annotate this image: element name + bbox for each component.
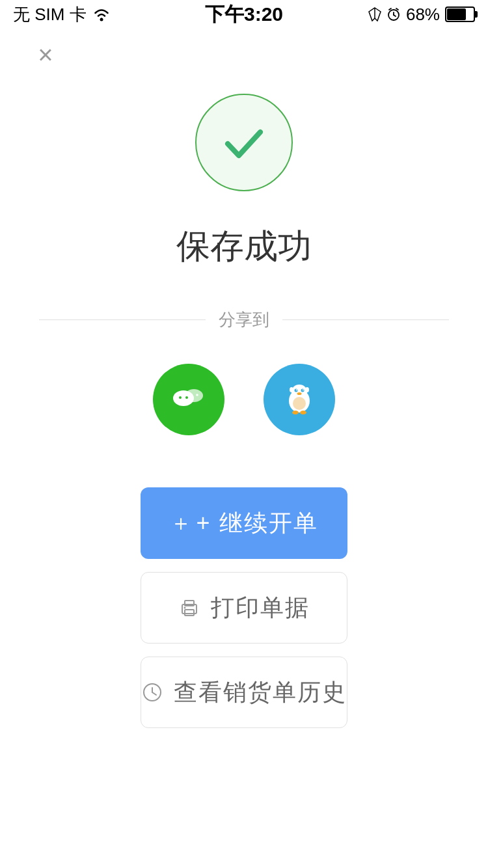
status-right: 68% [368,5,475,25]
svg-point-10 [185,396,188,399]
share-icons [153,364,335,435]
print-label: 打印单据 [211,592,310,624]
svg-point-11 [189,394,192,396]
svg-line-5 [389,8,391,10]
continue-label: + 继续开单 [196,508,318,539]
wechat-share-button[interactable] [153,364,224,435]
svg-point-21 [305,387,309,392]
svg-point-18 [303,389,304,390]
svg-point-12 [196,394,198,396]
svg-point-14 [291,385,307,399]
checkmark-icon [218,116,270,169]
print-icon [178,597,200,619]
svg-point-17 [296,389,297,390]
close-icon: × [38,42,53,68]
divider-right [282,319,449,320]
svg-point-22 [293,397,306,410]
svg-point-8 [185,389,203,402]
history-label: 查看销货单历史 [174,677,347,709]
wechat-logo-icon [169,380,208,419]
history-button[interactable]: 查看销货单历史 [141,657,347,728]
qq-logo-icon [280,380,319,419]
battery-icon [445,7,475,22]
location-icon [368,7,381,21]
status-bar: 无 SIM 卡 下午3:20 68% [0,0,488,29]
svg-point-0 [100,18,103,21]
battery-percent: 68% [406,5,440,25]
svg-point-23 [292,411,299,414]
wifi-icon [92,7,111,21]
svg-point-16 [301,389,305,392]
print-button[interactable]: 打印单据 [141,572,347,644]
alarm-icon [386,7,401,21]
svg-rect-27 [185,610,194,616]
divider-left [39,319,206,320]
svg-line-4 [394,15,396,16]
svg-line-31 [152,692,156,695]
success-title: 保存成功 [176,224,312,269]
svg-point-20 [290,387,293,392]
plus-icon: ＋ [170,508,192,538]
share-divider: 分享到 [0,308,488,331]
no-sim-text: 无 SIM 卡 [13,3,87,26]
status-left: 无 SIM 卡 [13,3,111,26]
svg-point-9 [179,396,182,399]
action-buttons: ＋ + 继续开单 打印单据 [108,487,380,728]
svg-point-28 [184,607,186,609]
svg-point-24 [300,411,306,414]
success-section: 保存成功 分享到 [0,42,488,728]
svg-point-19 [297,392,302,395]
continue-button[interactable]: ＋ + 继续开单 [141,487,347,559]
share-label: 分享到 [206,308,282,331]
success-circle [195,94,293,191]
qq-share-button[interactable] [264,364,335,435]
svg-point-15 [295,389,298,392]
main-content: 保存成功 分享到 [0,29,488,767]
history-icon [141,681,163,703]
svg-line-6 [396,8,398,10]
status-time: 下午3:20 [205,1,283,28]
close-button[interactable]: × [26,35,65,74]
